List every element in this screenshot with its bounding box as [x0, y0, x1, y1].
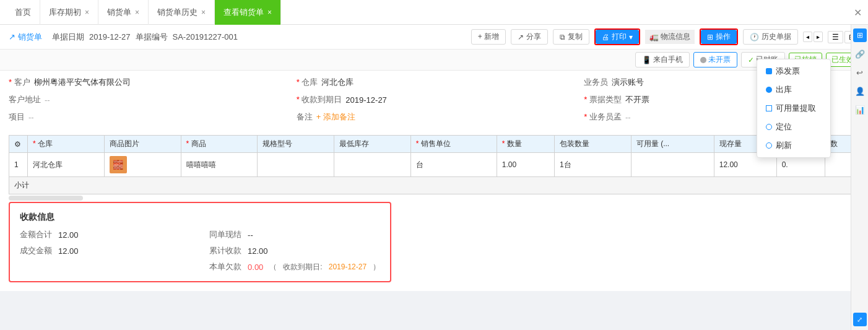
row-num: 1	[9, 153, 28, 177]
tab-inventory-close[interactable]: ×	[85, 8, 89, 17]
tab-sales-label: 销货单	[107, 7, 131, 18]
row-pack-qty: 1台	[555, 153, 631, 177]
form-row-3: 项目 -- 备注 + 添加备注 业务员孟 --	[9, 111, 859, 123]
dropdown-outbound[interactable]: 出库	[757, 80, 830, 99]
copy-icon: ⧉	[560, 33, 565, 41]
tab-sales-history[interactable]: 销货单历史 ×	[149, 0, 215, 25]
share-label: 分享	[526, 32, 541, 42]
payment-date-label: 收款到期日	[297, 94, 342, 105]
customer-label: 客户	[9, 77, 30, 88]
nav-prev[interactable]: ◂	[803, 32, 812, 42]
form-body: 客户 柳州粤港平安气体有限公司 仓库 河北仓库 业务员 演示账号 客户地址 --	[0, 71, 868, 135]
subtotal-row: 小计	[9, 177, 859, 194]
cumulative-value: 12.00	[248, 246, 268, 256]
share-button[interactable]: ↗ 分享	[511, 29, 548, 45]
tab-sales-close[interactable]: ×	[135, 8, 139, 17]
history-icon: 🕐	[750, 33, 759, 41]
due-row: 本单欠款 0.00 （ 收款到期日: 2019-12-27 ）	[209, 261, 380, 272]
nav-next[interactable]: ▸	[814, 32, 823, 42]
current-due-label: 本单欠款	[209, 261, 241, 272]
tab-home[interactable]: 首页	[6, 0, 40, 25]
notes-field: 备注 + 添加备注	[297, 111, 572, 123]
col-available: 可用量 (...	[631, 136, 714, 153]
sidebar-expand-icon[interactable]: ⤢	[853, 313, 867, 326]
tab-history-label: 销货单历史	[157, 7, 197, 18]
col-quantity: 数量	[497, 136, 554, 153]
date-label: 单据日期	[52, 32, 84, 43]
nav-arrows: ◂ ▸	[803, 32, 823, 42]
tab-sales-order[interactable]: 销货单 ×	[98, 0, 149, 25]
form-meta: 单据日期 2019-12-27 单据编号 SA-20191227-001	[52, 32, 238, 43]
payment-date-value: 2019-12-27	[345, 95, 387, 105]
table-row: 1 河北仓库 🧱 嘻嘻嘻嘻 台 1.00 1台	[9, 153, 859, 177]
from-phone-btn[interactable]: 📱 来自手机	[635, 52, 690, 67]
grid-icon: ⊞	[707, 33, 713, 41]
row-product: 嘻嘻嘻嘻	[181, 153, 258, 177]
operations-highlight: ⊞ 操作	[700, 28, 738, 45]
dropdown-refresh[interactable]: 刷新	[757, 136, 830, 155]
summary-grid: 金额合计 12.00 同单现结 -- 成交金额 12.00 累计收款 12.00…	[20, 229, 380, 272]
notes-add-btn[interactable]: + 添加备注	[316, 111, 355, 123]
row-warehouse: 河北仓库	[28, 153, 105, 177]
same-order-label: 同单现结	[209, 229, 241, 240]
history-button[interactable]: 🕐 历史单据	[743, 29, 798, 45]
same-order-value: --	[248, 230, 253, 240]
form-title-text: 销货单	[18, 32, 42, 43]
number-label: 单据编号	[136, 32, 168, 43]
payment-date-field: 收款到期日 2019-12-27	[297, 94, 572, 105]
tab-view-label: 查看销货单	[224, 7, 264, 18]
warehouse-field: 仓库 河北仓库	[297, 77, 572, 88]
toolbar-row: 📱 来自手机 未开票 ✓ 已对账 已核销 已生效	[0, 50, 868, 71]
transaction-row: 成交金额 12.00	[20, 245, 191, 256]
dropdown-locate[interactable]: 定位	[757, 118, 830, 136]
print-label: 打印	[612, 32, 627, 42]
tab-inventory-label: 库存期初	[49, 7, 81, 18]
operations-button[interactable]: ⊞ 操作	[701, 30, 737, 44]
due-date-value: 2019-12-27	[329, 263, 367, 271]
print-icon: 🖨	[602, 33, 609, 41]
col-min-stock: 最低库存	[334, 136, 411, 153]
col-sales-unit: 销售单位	[410, 136, 497, 153]
outbound-icon	[766, 87, 772, 93]
tab-inventory-init[interactable]: 库存期初 ×	[40, 0, 98, 25]
logistics-button[interactable]: 🚛 物流信息	[645, 30, 695, 44]
row-quantity: 1.00	[497, 153, 554, 177]
sales-order-icon: ↗	[9, 32, 15, 41]
list-view-btn[interactable]: ☰	[828, 31, 843, 43]
project-field: 项目 --	[9, 111, 284, 123]
row-spec	[258, 153, 334, 177]
tab-view-close[interactable]: ×	[267, 8, 272, 17]
col-settings[interactable]: ⚙	[9, 136, 28, 153]
dropdown-add-invoice[interactable]: 添发票	[757, 62, 830, 80]
tab-view-sales[interactable]: 查看销货单 ×	[215, 0, 281, 25]
plus-icon: +	[316, 112, 321, 121]
share-icon: ↗	[518, 33, 524, 41]
tab-history-close[interactable]: ×	[201, 8, 206, 17]
check-icon: ✓	[748, 56, 754, 64]
row-sales-unit: 台	[410, 153, 497, 177]
sidebar-icon-3[interactable]: ↩	[853, 66, 867, 79]
staff-label: 业务员	[584, 77, 608, 88]
print-button[interactable]: 🖨 打印 ▾	[596, 30, 639, 44]
date-value: 2019-12-27	[89, 32, 131, 41]
sidebar-icon-5[interactable]: 📊	[853, 103, 867, 116]
history-label: 历史单据	[762, 32, 791, 42]
new-button[interactable]: + 新增	[471, 29, 506, 45]
horizontal-scrollbar[interactable]	[9, 196, 83, 201]
locate-label: 定位	[776, 121, 792, 132]
not-open-btn[interactable]: 未开票	[693, 52, 737, 67]
sidebar-icon-1[interactable]: ⊞	[853, 28, 867, 42]
main-content: ↗ 销货单 单据日期 2019-12-27 单据编号 SA-20191227-0…	[0, 25, 868, 291]
customer-field: 客户 柳州粤港平安气体有限公司	[9, 77, 284, 88]
form-header-right: + 新增 ↗ 分享 ⧉ 复制 🖨 打印 ▾	[471, 28, 859, 45]
sidebar-icon-4[interactable]: 👤	[853, 84, 867, 98]
tab-close-main[interactable]: ✕	[854, 6, 862, 18]
copy-button[interactable]: ⧉ 复制	[553, 29, 589, 45]
print-highlight: 🖨 打印 ▾	[594, 28, 640, 45]
sidebar-icon-2[interactable]: 🔗	[853, 47, 867, 61]
phone-icon: 📱	[642, 56, 651, 64]
warehouse-label: 仓库	[297, 77, 318, 88]
form-header-left: ↗ 销货单 单据日期 2019-12-27 单据编号 SA-20191227-0…	[9, 32, 238, 43]
dropdown-available[interactable]: 可用量提取	[757, 99, 830, 118]
form-row-2: 客户地址 -- 收款到期日 2019-12-27 票据类型 不开票	[9, 94, 859, 105]
